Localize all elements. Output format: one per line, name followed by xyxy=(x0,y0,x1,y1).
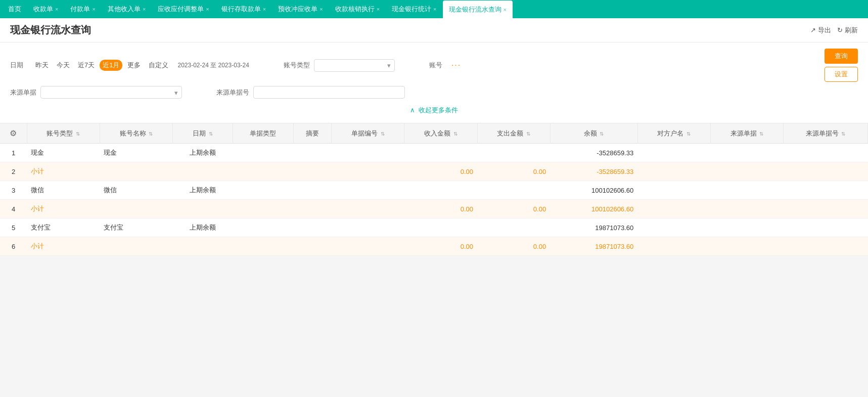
nav-verification[interactable]: 收款核销执行 × xyxy=(329,0,386,18)
table-body: 1现金现金上期余额-3528659.332小计0.000.00-3528659.… xyxy=(0,144,868,256)
export-icon: ↗ xyxy=(810,26,816,34)
nav-receipt[interactable]: 收款单 × xyxy=(27,0,64,18)
table-row: 5支付宝支付宝上期余额19871073.60 xyxy=(0,218,868,237)
col-income[interactable]: 收入金额 ⇅ xyxy=(404,123,477,144)
nav-home[interactable]: 首页 xyxy=(2,0,27,18)
source-doc-no-group: 来源单据号 xyxy=(216,86,405,99)
sort-icon: ⇅ xyxy=(526,131,530,137)
sort-icon: ⇅ xyxy=(759,131,763,137)
source-doc-no-label: 来源单据号 xyxy=(216,88,249,97)
export-button[interactable]: ↗ 导出 xyxy=(810,26,831,35)
close-icon[interactable]: × xyxy=(263,6,266,12)
close-icon[interactable]: × xyxy=(206,6,209,12)
setting-button[interactable]: 设置 xyxy=(825,67,858,82)
top-navigation: 首页 收款单 × 付款单 × 其他收入单 × 应收应付调整单 × 银行存取款单 … xyxy=(0,0,868,18)
account-type-group: 账号类型 xyxy=(284,59,395,72)
account-group: 账号 ··· xyxy=(429,61,461,70)
col-source-doc-no[interactable]: 来源单据号 ⇅ xyxy=(784,123,868,144)
col-account-type[interactable]: 账号类型 ⇅ xyxy=(27,123,100,144)
page-title: 现金银行流水查询 xyxy=(10,23,91,37)
data-table: ⚙ 账号类型 ⇅ 账号名称 ⇅ 日期 ⇅ 单据类型 摘要 单据编号 ⇅ 收入金额… xyxy=(0,123,868,256)
close-icon[interactable]: × xyxy=(504,7,507,13)
col-gear[interactable]: ⚙ xyxy=(0,123,27,144)
col-doc-type: 单据类型 xyxy=(233,123,293,144)
source-doc-no-input[interactable] xyxy=(253,86,405,99)
sort-icon: ⇅ xyxy=(600,131,604,137)
filter-area: 日期 昨天 今天 近7天 近1月 更多 自定义 2023-02-24 至 202… xyxy=(0,42,868,123)
sort-icon: ⇅ xyxy=(687,131,691,137)
filter-row-source: 来源单据 来源单据号 xyxy=(10,86,858,99)
date-range: 2023-02-24 至 2023-03-24 xyxy=(177,61,249,70)
col-date[interactable]: 日期 ⇅ xyxy=(173,123,233,144)
table-row: 4小计0.000.00100102606.60 xyxy=(0,200,868,218)
close-icon[interactable]: × xyxy=(377,6,380,12)
sort-icon: ⇅ xyxy=(841,131,845,137)
close-icon[interactable]: × xyxy=(92,6,95,12)
table-header: ⚙ 账号类型 ⇅ 账号名称 ⇅ 日期 ⇅ 单据类型 摘要 单据编号 ⇅ 收入金额… xyxy=(0,123,868,144)
account-type-select-wrapper xyxy=(314,59,395,72)
shortcut-custom[interactable]: 自定义 xyxy=(146,60,171,71)
close-icon[interactable]: × xyxy=(319,6,323,12)
header-row: ⚙ 账号类型 ⇅ 账号名称 ⇅ 日期 ⇅ 单据类型 摘要 单据编号 ⇅ 收入金额… xyxy=(0,123,868,144)
source-doc-select-wrapper xyxy=(40,86,182,99)
date-shortcuts: 昨天 今天 近7天 近1月 更多 自定义 xyxy=(32,60,171,71)
page-header: 现金银行流水查询 ↗ 导出 ↻ 刷新 xyxy=(0,18,868,42)
shortcut-more[interactable]: 更多 xyxy=(124,60,144,71)
sort-icon: ⇅ xyxy=(209,131,213,137)
close-icon[interactable]: × xyxy=(433,6,436,12)
nav-cash-bank-stats[interactable]: 现金银行统计 × xyxy=(386,0,442,18)
col-account-name[interactable]: 账号名称 ⇅ xyxy=(100,123,172,144)
shortcut-1month[interactable]: 近1月 xyxy=(100,60,122,71)
nav-advance[interactable]: 预收冲应收单 × xyxy=(272,0,329,18)
sort-icon: ⇅ xyxy=(453,131,458,137)
close-icon[interactable]: × xyxy=(55,6,58,12)
table-row: 3微信微信上期余额100102606.60 xyxy=(0,181,868,200)
more-dots-icon[interactable]: ··· xyxy=(451,61,461,70)
col-source-doc[interactable]: 来源单据 ⇅ xyxy=(710,123,783,144)
refresh-icon: ↻ xyxy=(837,26,843,34)
col-summary: 摘要 xyxy=(294,123,332,144)
nav-bank-deposit[interactable]: 银行存取款单 × xyxy=(215,0,272,18)
query-button[interactable]: 查询 xyxy=(825,49,858,64)
col-counterpart[interactable]: 对方户名 ⇅ xyxy=(637,123,710,144)
shortcut-yesterday[interactable]: 昨天 xyxy=(32,60,52,71)
refresh-button[interactable]: ↻ 刷新 xyxy=(837,26,858,35)
gear-icon: ⚙ xyxy=(10,129,17,138)
nav-payment[interactable]: 付款单 × xyxy=(64,0,101,18)
shortcut-7days[interactable]: 近7天 xyxy=(75,60,98,71)
account-label: 账号 xyxy=(429,61,447,70)
table-row: 2小计0.000.00-3528659.33 xyxy=(0,162,868,181)
nav-cash-bank-flow[interactable]: 现金银行流水查询 × xyxy=(443,1,513,18)
sort-icon: ⇅ xyxy=(76,131,80,137)
action-buttons: 查询 设置 xyxy=(825,49,858,82)
nav-other-income[interactable]: 其他收入单 × xyxy=(102,0,152,18)
col-balance[interactable]: 余额 ⇅ xyxy=(550,123,637,144)
close-icon[interactable]: × xyxy=(143,6,146,12)
sort-icon: ⇅ xyxy=(149,131,153,137)
table-row: 6小计0.000.0019871073.60 xyxy=(0,237,868,256)
table-container: ⚙ 账号类型 ⇅ 账号名称 ⇅ 日期 ⇅ 单据类型 摘要 单据编号 ⇅ 收入金额… xyxy=(0,123,868,256)
col-doc-no[interactable]: 单据编号 ⇅ xyxy=(332,123,404,144)
source-doc-select[interactable] xyxy=(40,86,182,99)
account-type-select[interactable] xyxy=(314,59,395,72)
table-row: 1现金现金上期余额-3528659.33 xyxy=(0,144,868,162)
collapse-bar[interactable]: ∧ 收起更多条件 xyxy=(10,103,858,117)
date-label: 日期 xyxy=(10,61,28,70)
nav-adjustment[interactable]: 应收应付调整单 × xyxy=(152,0,215,18)
filter-row-date: 日期 昨天 今天 近7天 近1月 更多 自定义 2023-02-24 至 202… xyxy=(10,49,858,82)
header-actions: ↗ 导出 ↻ 刷新 xyxy=(810,26,858,35)
col-expense[interactable]: 支出金额 ⇅ xyxy=(477,123,550,144)
chevron-up-icon: ∧ xyxy=(410,106,415,114)
source-doc-label: 来源单据 xyxy=(10,88,36,97)
account-type-label: 账号类型 xyxy=(284,61,310,70)
sort-icon: ⇅ xyxy=(381,131,385,137)
shortcut-today[interactable]: 今天 xyxy=(54,60,73,71)
